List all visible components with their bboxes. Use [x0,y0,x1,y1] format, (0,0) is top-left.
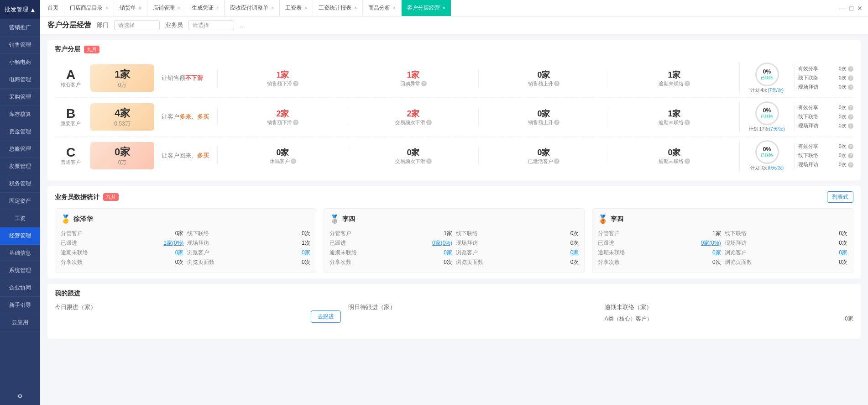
more-filter-btn[interactable]: ... [240,21,245,29]
info-icon[interactable]: ? [291,158,296,164]
info-icon[interactable]: ? [554,158,559,164]
sidebar-item-caigou[interactable]: 采购管理 [0,89,40,106]
tab-close-salary[interactable]: × [304,5,307,11]
sidebar-item-zhangzhang[interactable]: 总账管理 [0,141,40,158]
contact-plan-link[interactable]: (7天/次) [769,126,785,131]
tier-amount: 0.53万 [114,120,130,128]
stat-link[interactable]: 1家(0%) [163,240,183,246]
window-minimize-btn[interactable]: — [840,5,846,12]
info-icon[interactable]: ? [293,81,298,86]
info-icon[interactable]: ? [848,114,853,120]
tier-bignum-a[interactable]: 1家 0万 [90,64,154,92]
window-close-btn[interactable]: ✕ [857,5,863,12]
staff-select[interactable]: 请选择 [188,20,234,30]
stat-link[interactable]: 0家(0%) [701,240,721,246]
sidebar-item-xitong[interactable]: 系统管理 [0,262,40,279]
info-icon[interactable]: ? [685,81,690,86]
contact-circle: 0% 已联络 [755,63,779,86]
tier-stat-1-1[interactable]: 2家 交易频次下滑 ? [348,108,478,126]
tab-close-customer_tier[interactable]: × [443,5,445,11]
info-icon[interactable]: ? [426,120,432,125]
sidebar-item-gudingzichan[interactable]: 固定资产 [0,193,40,210]
tab-customer_tier[interactable]: 客户分层经营× [402,0,451,16]
info-icon[interactable]: ? [554,81,559,86]
sidebar-item-diangshang[interactable]: 电商管理 [0,71,40,89]
tab-shop_mgmt[interactable]: 店铺管理× [147,0,186,16]
stat-link[interactable]: 0家 [302,249,310,256]
sidebar-item-kucun[interactable]: 库存核算 [0,106,40,123]
tab-close-sale_order[interactable]: × [139,5,141,11]
tab-goods_analysis[interactable]: 商品分析× [363,0,402,16]
info-icon[interactable]: ? [848,66,853,72]
info-icon[interactable]: ? [426,158,432,164]
tier-stat-2-3[interactable]: 0家 逾期未联络 ? [609,147,739,165]
tab-close-shop_menu[interactable]: × [105,5,108,11]
tier-stat-2-0[interactable]: 0家 休眠客户 ? [217,147,348,165]
tier-stat-0-2[interactable]: 0家 销售额上升 ? [478,69,609,87]
tier-stat-1-3[interactable]: 1家 逾期未联络 ? [609,108,739,126]
sidebar-item-jichu[interactable]: 基础信息 [0,245,40,262]
tab-ar_adjust[interactable]: 应收应付调整单× [225,0,280,16]
tab-voucher[interactable]: 生成凭证× [186,0,225,16]
tier-stat-1-2[interactable]: 0家 销售额上升 ? [478,108,609,126]
stat-link[interactable]: 0家 [839,249,847,256]
tab-close-ar_adjust[interactable]: × [271,5,274,11]
sidebar-expand-icon[interactable]: ▲ [30,6,36,13]
tab-close-shop_mgmt[interactable]: × [178,5,180,11]
stat-link[interactable]: 0家 [175,249,184,256]
dept-select[interactable]: 请选择 [114,20,160,30]
tier-stat-0-3[interactable]: 1家 逾期未联络 ? [609,69,739,87]
tab-shop_menu[interactable]: 门店商品目录× [64,0,114,16]
stat-link[interactable]: 0家 [444,249,452,256]
sidebar-item-xinshouyindao[interactable]: 新手引导 [0,297,40,314]
sidebar-settings[interactable]: ⚙ [0,387,40,405]
sidebar-item-zijin[interactable]: 资金管理 [0,123,40,141]
stat-link[interactable]: 0家 [712,249,721,256]
tier-bignum-c[interactable]: 0家 0万 [90,142,154,169]
goto-follow-btn[interactable]: 去跟进 [311,310,341,323]
tier-bignum-b[interactable]: 4家 0.53万 [90,103,154,131]
info-icon[interactable]: ? [293,120,298,125]
window-maximize-btn[interactable]: □ [850,5,853,12]
tier-contact-a: 0% 已联络 计划 4次(7天/次) [739,63,794,94]
tab-salary_report[interactable]: 工资统计报表× [313,0,363,16]
tab-salary[interactable]: 工资表× [280,0,313,16]
tier-stat-0-0[interactable]: 1家 销售额下滑 ? [217,69,348,87]
tab-close-salary_report[interactable]: × [354,5,357,11]
tier-stat-0-1[interactable]: 1家 回购异常 ? [348,69,478,87]
sidebar-item-yingxiao[interactable]: 营销推广 [0,19,40,37]
tab-close-voucher[interactable]: × [216,5,219,11]
tier-stat-2-1[interactable]: 0家 交易频次下滑 ? [348,147,478,165]
info-icon[interactable]: ? [554,120,559,125]
sidebar-item-yunyingyong[interactable]: 云应用 [0,314,40,331]
info-icon[interactable]: ? [848,84,853,90]
sidebar-item-gongzi[interactable]: 工资 [0,210,40,227]
tier-stat-2-2[interactable]: 0家 已激活客户 ? [478,147,609,165]
info-icon[interactable]: ? [685,158,690,164]
info-icon[interactable]: ? [848,162,853,168]
side-stat-row: 线下联络 0次 ? [798,74,853,83]
stat-link[interactable]: 0家 [570,249,579,256]
tab-close-goods_analysis[interactable]: × [393,5,396,11]
stat-link[interactable]: 0家(0%) [432,240,452,246]
tab-home[interactable]: 首页 [42,0,64,16]
info-icon[interactable]: ? [848,75,853,81]
sidebar-item-fapiao[interactable]: 发票管理 [0,158,40,175]
info-icon[interactable]: ? [848,105,853,110]
info-icon[interactable]: ? [848,123,853,129]
contact-plan-link[interactable]: (0天/次) [768,165,784,170]
sidebar-item-qiyexieyong[interactable]: 企业协同 [0,279,40,297]
sidebar-header[interactable]: 批发管理 ▲ [0,0,40,19]
sidebar-item-xiaodian[interactable]: 小畅电商 [0,54,40,71]
contact-plan-link[interactable]: (7天/次) [768,88,784,93]
info-icon[interactable]: ? [421,81,427,86]
list-view-btn[interactable]: 列表式 [827,191,853,203]
info-icon[interactable]: ? [848,144,853,149]
info-icon[interactable]: ? [848,153,853,158]
sidebar-item-shuiwu[interactable]: 税务管理 [0,175,40,193]
info-icon[interactable]: ? [685,120,690,125]
sidebar-item-xiaoshou[interactable]: 销售管理 [0,37,40,54]
sidebar-item-jingying[interactable]: 经营管理 [0,227,40,245]
tab-sale_order[interactable]: 销货单× [114,0,147,16]
tier-stat-1-0[interactable]: 2家 销售额下滑 ? [217,108,348,126]
